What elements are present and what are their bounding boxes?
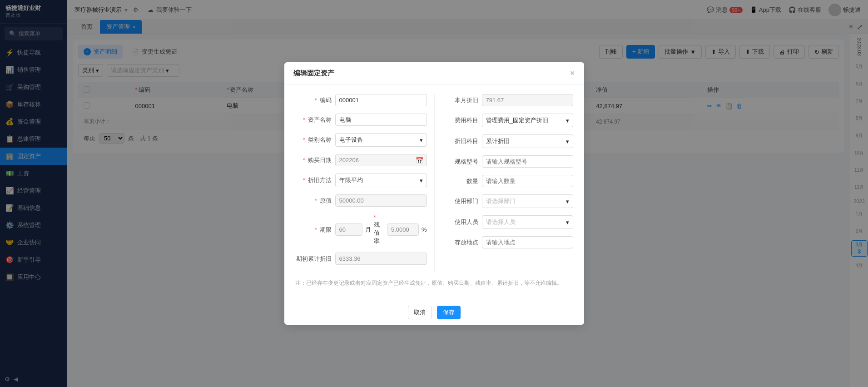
modal-body: * 编码 * 资产名称	[284, 85, 584, 300]
form-item-original-value: * 原值	[295, 194, 427, 207]
initial-dep-input[interactable]	[335, 253, 427, 265]
form-item-category: * 类别名称 电子设备 ▾	[295, 133, 427, 147]
form-item-dep-subject: 折旧科目 累计折旧 ▾	[442, 134, 573, 148]
department-arrow-icon: ▾	[566, 198, 569, 205]
form-item-expense-subject: 费用科目 管理费用_固定资产折旧 ▾	[442, 114, 573, 127]
modal-note: 注：已经存在变更记录或者对应固定资产已经生成凭证，原值、购买日期、残值率、累计折…	[295, 276, 573, 291]
expense-subject-select[interactable]: 管理费用_固定资产折旧 ▾	[482, 114, 573, 127]
category-select-arrow-icon: ▾	[420, 137, 423, 144]
category-select[interactable]: 电子设备 ▾	[335, 133, 427, 147]
form-right-col: 本月折旧 费用科目 管理费用_固定资产折旧 ▾ 折旧科目	[434, 94, 573, 272]
expense-subject-arrow-icon: ▾	[566, 117, 569, 124]
dep-method-select[interactable]: 年限平均 ▾	[335, 174, 427, 187]
period-inline: 月 * 残值率 %	[335, 214, 427, 245]
modal-footer: 取消 保存	[284, 300, 584, 325]
form-item-purchase-date: * 购买日期 📅	[295, 154, 427, 166]
form-item-period: * 期限 月 * 残值率 %	[295, 214, 427, 245]
form-item-quantity: 数量	[442, 175, 573, 187]
form-item-user: 使用人员 请选择人员 ▾	[442, 215, 573, 229]
user-arrow-icon: ▾	[566, 219, 569, 226]
spec-model-input[interactable]	[482, 155, 573, 168]
monthly-dep-input	[482, 94, 573, 106]
form-item-asset-name: * 资产名称	[295, 114, 427, 126]
form-item-monthly-dep: 本月折旧	[442, 94, 573, 106]
code-input[interactable]	[335, 94, 427, 106]
purchase-date-input[interactable]	[335, 154, 427, 166]
form-item-spec-model: 规格型号	[442, 155, 573, 168]
quantity-input[interactable]	[482, 175, 573, 187]
form-item-code: * 编码	[295, 94, 427, 106]
original-value-input[interactable]	[335, 194, 427, 207]
modal-close-button[interactable]: ×	[570, 69, 575, 78]
form-item-department: 使用部门 请选择部门 ▾	[442, 194, 573, 208]
calendar-icon: 📅	[416, 157, 423, 164]
asset-name-input[interactable]	[335, 114, 427, 126]
modal-overlay: 编辑固定资产 × * 编码	[0, 0, 868, 387]
dep-subject-arrow-icon: ▾	[566, 138, 569, 145]
save-button[interactable]: 保存	[437, 306, 461, 319]
edit-asset-modal: 编辑固定资产 × * 编码	[284, 62, 584, 325]
period-input[interactable]	[335, 223, 362, 236]
form-item-dep-method: * 折旧方法 年限平均 ▾	[295, 174, 427, 187]
modal-header: 编辑固定资产 ×	[284, 62, 584, 85]
user-select[interactable]: 请选择人员 ▾	[482, 215, 573, 229]
form-item-location: 存放地点	[442, 236, 573, 248]
form-left-col: * 编码 * 资产名称	[295, 94, 434, 272]
department-select[interactable]: 请选择部门 ▾	[482, 194, 573, 208]
cancel-button[interactable]: 取消	[408, 306, 432, 319]
form-grid: * 编码 * 资产名称	[295, 94, 573, 272]
purchase-date-wrap: 📅	[335, 154, 427, 166]
dep-method-arrow-icon: ▾	[420, 177, 423, 184]
dep-subject-select[interactable]: 累计折旧 ▾	[482, 134, 573, 148]
modal-title: 编辑固定资产	[293, 69, 334, 78]
residual-rate-input[interactable]	[387, 223, 419, 236]
form-item-initial-dep: 期初累计折旧	[295, 253, 427, 265]
location-input[interactable]	[482, 236, 573, 248]
